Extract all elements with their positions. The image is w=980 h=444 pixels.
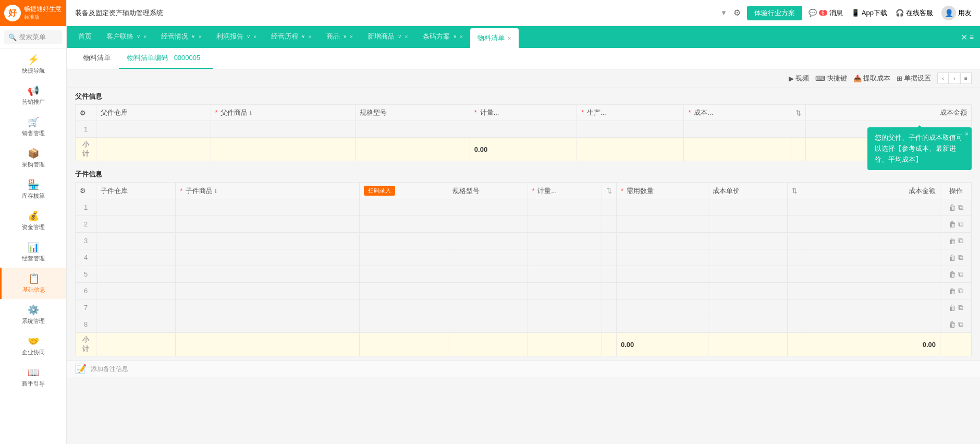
parent-row-1-unit[interactable]	[470, 121, 577, 138]
child-row-8-unit-cost[interactable]	[708, 316, 787, 333]
delete-icon[interactable]: 🗑	[949, 254, 956, 262]
sidebar-item-guide[interactable]: 📖 新手引导	[0, 362, 66, 393]
sidebar-item-marketing[interactable]: 📢 营销推广	[0, 80, 66, 111]
sidebar-item-enterprise[interactable]: 🤝 企业协同	[0, 330, 66, 362]
scan-button[interactable]: 扫码录入	[364, 186, 395, 196]
sidebar-item-operations[interactable]: 📊 经营管理	[0, 236, 66, 268]
child-row-6-quantity[interactable]	[616, 283, 708, 299]
tab-operations-status[interactable]: 经营情况 ∨ ×	[154, 26, 209, 48]
message-action[interactable]: 💬 6 消息	[808, 8, 843, 18]
child-row-6-warehouse[interactable]	[96, 283, 176, 299]
sidebar-item-finance[interactable]: 💰 资金管理	[0, 205, 66, 236]
experience-btn[interactable]: 体验行业方案	[747, 6, 802, 20]
tab-new-goods-close[interactable]: ×	[405, 33, 408, 40]
sidebar-item-basic-info[interactable]: 📋 基础信息	[0, 268, 66, 299]
child-row-3-spec[interactable]	[448, 233, 528, 249]
child-row-7-goods[interactable]	[176, 299, 360, 316]
copy-icon[interactable]: ⧉	[958, 220, 963, 229]
tooltip-close-btn[interactable]: ×	[965, 129, 969, 139]
copy-icon[interactable]: ⧉	[958, 236, 963, 245]
child-row-1-warehouse[interactable]	[96, 199, 176, 216]
tab-barcode[interactable]: 条码方案 ∨ ×	[415, 26, 470, 48]
toolbar-single-settings[interactable]: ⊞ 单据设置	[897, 74, 931, 83]
child-row-3-quantity[interactable]	[616, 233, 708, 249]
delete-icon[interactable]: 🗑	[949, 220, 956, 229]
parent-row-1-spec[interactable]	[356, 121, 470, 138]
delete-icon[interactable]: 🗑	[949, 287, 956, 295]
copy-icon[interactable]: ⧉	[958, 270, 963, 279]
child-row-7-unit[interactable]	[528, 299, 602, 316]
tab-profit-close[interactable]: ×	[253, 33, 256, 40]
child-row-5-warehouse[interactable]	[96, 266, 176, 283]
delete-icon[interactable]: 🗑	[949, 320, 956, 329]
toolbar-view[interactable]: ▶ 视频	[789, 74, 809, 83]
sidebar-item-inventory[interactable]: 🏪 库存核算	[0, 174, 66, 205]
toolbar-shortcut[interactable]: ⌨ 快捷键	[815, 74, 847, 83]
child-row-4-spec[interactable]	[448, 249, 528, 266]
child-row-3-unit-cost[interactable]	[708, 233, 787, 249]
delete-icon[interactable]: 🗑	[949, 237, 956, 245]
tab-bom[interactable]: 物料清单 ×	[470, 28, 518, 48]
child-row-2-unit[interactable]	[528, 216, 602, 233]
parent-row-1-production[interactable]	[577, 121, 684, 138]
child-row-1-goods[interactable]	[176, 199, 360, 216]
child-row-2-spec[interactable]	[448, 216, 528, 233]
copy-icon[interactable]: ⧉	[958, 203, 963, 212]
page-prev-btn[interactable]: ‹	[937, 73, 949, 84]
child-row-7-warehouse[interactable]	[96, 299, 176, 316]
sidebar-item-sales[interactable]: 🛒 销售管理	[0, 111, 66, 142]
parent-col-settings[interactable]: ⚙	[76, 105, 96, 121]
child-row-8-warehouse[interactable]	[96, 316, 176, 333]
child-row-3-warehouse[interactable]	[96, 233, 176, 249]
gear-icon[interactable]: ⚙	[733, 8, 741, 18]
sub-tab-bom-code[interactable]: 物料清单编码 0000005	[119, 48, 213, 69]
copy-icon[interactable]: ⧉	[958, 303, 963, 312]
tab-profit[interactable]: 利润报告 ∨ ×	[209, 26, 264, 48]
tab-barcode-close[interactable]: ×	[460, 33, 463, 40]
tab-customer[interactable]: 客户联络 ∨ ×	[99, 26, 154, 48]
child-row-6-spec[interactable]	[448, 283, 528, 299]
child-row-7-unit-cost[interactable]	[708, 299, 787, 316]
delete-icon[interactable]: 🗑	[949, 203, 956, 212]
user-action[interactable]: 👤 用友	[941, 6, 972, 20]
child-row-5-unit-cost[interactable]	[708, 266, 787, 283]
child-col-sort2[interactable]: ⇅	[788, 183, 802, 199]
tab-close-all-icon[interactable]: ✕	[961, 32, 967, 42]
child-row-7-quantity[interactable]	[616, 299, 708, 316]
child-row-1-quantity[interactable]	[616, 199, 708, 216]
page-layout-btn[interactable]: ≡	[960, 73, 972, 84]
child-row-3-goods[interactable]	[176, 233, 360, 249]
copy-icon[interactable]: ⧉	[958, 253, 963, 262]
page-next-btn[interactable]: ›	[949, 73, 960, 84]
tab-history-close[interactable]: ×	[308, 33, 311, 40]
delete-icon[interactable]: 🗑	[949, 304, 956, 312]
child-row-8-spec[interactable]	[448, 316, 528, 333]
child-row-6-goods[interactable]	[176, 283, 360, 299]
parent-row-1-goods[interactable]	[211, 121, 356, 138]
child-row-6-unit[interactable]	[528, 283, 602, 299]
child-row-2-quantity[interactable]	[616, 216, 708, 233]
child-row-8-quantity[interactable]	[616, 316, 708, 333]
search-trigger[interactable]: 🔍 搜索菜单	[4, 30, 62, 44]
app-download-action[interactable]: 📱 App下载	[851, 8, 887, 18]
copy-icon[interactable]: ⧉	[958, 286, 963, 295]
tab-history[interactable]: 经营历程 ∨ ×	[264, 26, 318, 48]
tab-ops-close[interactable]: ×	[198, 33, 201, 40]
child-row-5-spec[interactable]	[448, 266, 528, 283]
parent-row-1-cost[interactable]	[684, 121, 791, 138]
child-col-settings[interactable]: ⚙	[76, 183, 96, 199]
tab-goods[interactable]: 商品 ∨ ×	[319, 26, 360, 48]
sidebar-item-quick-nav[interactable]: ⚡ 快捷导航	[0, 49, 66, 80]
child-col-sort1[interactable]: ⇅	[602, 183, 616, 199]
tab-goods-close[interactable]: ×	[350, 33, 353, 40]
child-row-4-quantity[interactable]	[616, 249, 708, 266]
child-row-2-goods[interactable]	[176, 216, 360, 233]
sub-tab-bom-list[interactable]: 物料清单	[75, 48, 119, 69]
parent-col-sort1[interactable]: ⇅	[791, 105, 805, 121]
sidebar-item-system[interactable]: ⚙️ 系统管理	[0, 299, 66, 330]
toolbar-extract-cost[interactable]: 📥 提取成本	[853, 74, 890, 83]
tab-new-goods[interactable]: 新增商品 ∨ ×	[360, 26, 415, 48]
child-row-3-unit[interactable]	[528, 233, 602, 249]
tab-bom-close[interactable]: ×	[508, 35, 511, 41]
child-row-5-goods[interactable]	[176, 266, 360, 283]
